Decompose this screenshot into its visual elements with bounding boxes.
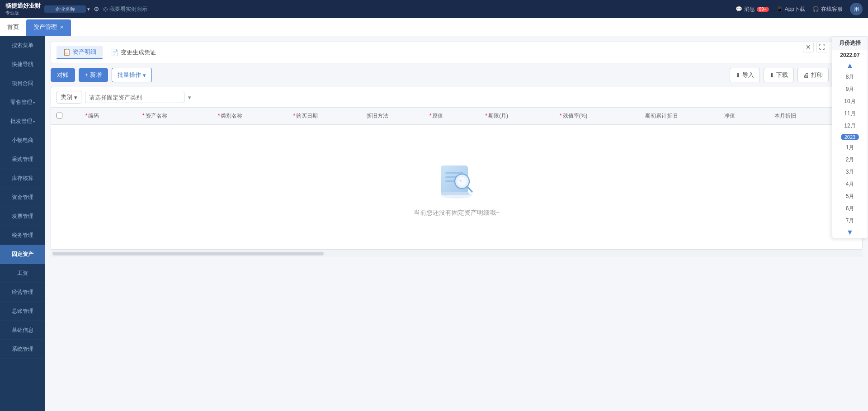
sidebar-item-purchase[interactable]: 采购管理 <box>0 150 45 169</box>
month-item-12[interactable]: 12月 <box>832 120 868 132</box>
month-panel-header: 月份选择 <box>832 37 868 50</box>
wholesale-arrow-icon: ▾ <box>33 119 35 124</box>
sidebar-item-tax[interactable]: 税务管理 <box>0 226 45 245</box>
online-service-button[interactable]: 🎧 在线客服 <box>812 5 843 13</box>
sidebar-item-project-contract[interactable]: 项目合同 <box>0 74 45 93</box>
demo-button[interactable]: ◎ 我要看实例演示 <box>103 5 147 13</box>
month-item-11[interactable]: 11月 <box>832 108 868 120</box>
month-item-3[interactable]: 3月 <box>832 166 868 178</box>
month-item-2[interactable]: 2月 <box>832 154 868 166</box>
sidebar-item-fund[interactable]: 资金管理 <box>0 188 45 207</box>
sidebar: 搜索菜单 快捷导航 项目合同 零售管理 ▾ 批发管理 ▾ 小畅电商 采购管理 库… <box>0 36 45 411</box>
col-original-value: *原值 <box>411 108 461 125</box>
toolbar: 对账 + 新增 批量操作 ▾ ⬇ 导入 ⬇ 下载 🖨 <box>51 68 863 82</box>
select-all-checkbox[interactable] <box>57 113 62 118</box>
retail-arrow-icon: ▾ <box>33 100 35 105</box>
sidebar-item-system[interactable]: 系统管理 <box>0 340 45 359</box>
top-bar: 畅捷通好业财 专业版 企业名称 ▾ ⚙ ◎ 我要看实例演示 💬 消息 99+ 📱… <box>0 0 868 18</box>
panel-controls: ✕ ⛶ <box>803 42 827 52</box>
brand-logo: 畅捷通好业财 专业版 <box>5 2 41 16</box>
month-item-4[interactable]: 4月 <box>832 178 868 190</box>
message-button[interactable]: 💬 消息 99+ <box>736 5 769 13</box>
month-item-9[interactable]: 9月 <box>832 83 868 95</box>
print-button[interactable]: 🖨 打印 <box>797 68 829 82</box>
app-download-button[interactable]: 📱 App下载 <box>776 5 805 13</box>
panel-close-button[interactable]: ✕ <box>803 42 814 52</box>
sub-tab-change-voucher[interactable]: 📄 变更生成凭证 <box>104 46 162 59</box>
sidebar-item-basic-info[interactable]: 基础信息 <box>0 321 45 340</box>
filter-bar: 类别 ▾ ▾ <box>51 87 863 108</box>
svg-point-7 <box>458 177 467 186</box>
sidebar-item-inventory[interactable]: 库存核算 <box>0 169 45 188</box>
sub-tab-asset-detail[interactable]: 📋 资产明细 <box>57 46 103 59</box>
month-item-1[interactable]: 1月 <box>832 142 868 154</box>
col-net-value: 净值 <box>708 108 751 125</box>
empty-illustration <box>429 156 484 202</box>
sidebar-item-ecommerce[interactable]: 小畅电商 <box>0 131 45 150</box>
asset-detail-icon: 📋 <box>63 48 71 56</box>
download-button[interactable]: ⬇ 下载 <box>764 68 794 82</box>
month-panel: 月份选择 2022.07 ▲ 8月 9月 10月 11月 12月 2023 1月… <box>832 36 868 238</box>
batch-dropdown-icon: ▾ <box>143 72 146 79</box>
sidebar-item-salary[interactable]: 工资 <box>0 264 45 283</box>
top-bar-left: 畅捷通好业财 专业版 企业名称 ▾ ⚙ ◎ 我要看实例演示 <box>5 2 147 16</box>
month-item-10[interactable]: 10月 <box>832 95 868 108</box>
import-button[interactable]: ⬇ 导入 <box>730 68 760 82</box>
year-badge-2023: 2023 <box>841 134 859 140</box>
add-button[interactable]: + 新增 <box>79 68 108 82</box>
col-code: *编码 <box>67 108 117 125</box>
month-item-7[interactable]: 7月 <box>832 215 868 227</box>
category-select[interactable]: 类别 ▾ <box>57 91 81 104</box>
sidebar-item-wholesale[interactable]: 批发管理 ▾ <box>0 112 45 131</box>
tab-close-icon[interactable]: ✕ <box>60 24 64 30</box>
empty-text: 当前您还没有固定资产明细哦~ <box>414 209 500 217</box>
tab-asset-management[interactable]: 资产管理 ✕ <box>26 19 71 36</box>
sidebar-item-retail[interactable]: 零售管理 ▾ <box>0 93 45 112</box>
panel-expand-button[interactable]: ⛶ <box>816 42 827 52</box>
user-avatar[interactable]: 用 <box>850 3 863 15</box>
change-voucher-icon: 📄 <box>111 49 118 56</box>
month-item-5[interactable]: 5月 <box>832 190 868 203</box>
scrollbar-thumb[interactable] <box>52 252 324 255</box>
nav-tabs: 首页 资产管理 ✕ <box>0 18 868 36</box>
sub-tabs-bar: 📋 资产明细 📄 变更生成凭证 <box>51 42 863 63</box>
col-purchase-date: *购买日期 <box>268 108 343 125</box>
category-search-input[interactable] <box>85 92 184 103</box>
download-icon: ⬇ <box>769 72 774 79</box>
print-icon: 🖨 <box>803 72 809 79</box>
col-name: *资产名称 <box>117 108 193 125</box>
category-arrow-icon: ▾ <box>74 94 77 101</box>
col-residual-rate: *残值率(%) <box>532 108 614 125</box>
col-category: *类别名称 <box>193 108 268 125</box>
company-dropdown[interactable]: 企业名称 ▾ <box>44 6 90 13</box>
month-next-button[interactable]: ▼ <box>832 227 868 238</box>
sidebar-item-general-ledger[interactable]: 总账管理 <box>0 302 45 321</box>
month-prev-button[interactable]: ▲ <box>832 60 868 71</box>
col-monthly-depreciation: 本月折旧 <box>751 108 820 125</box>
col-accumulated-depreciation: 期初累计折旧 <box>615 108 709 125</box>
col-depreciation-method: 折旧方法 <box>343 108 411 125</box>
reconcile-button[interactable]: 对账 <box>51 68 75 82</box>
month-item-6[interactable]: 6月 <box>832 203 868 215</box>
table-header-row: *编码 *资产名称 *类别名称 *购买日期 折旧方法 *原值 *期限(月) *残… <box>51 108 862 125</box>
month-item-8[interactable]: 8月 <box>832 71 868 83</box>
settings-icon[interactable]: ⚙ <box>94 5 99 13</box>
tab-home[interactable]: 首页 <box>0 19 26 36</box>
horizontal-scrollbar[interactable] <box>51 250 863 257</box>
empty-state: 当前您还没有固定资产明细哦~ <box>55 129 859 244</box>
svg-rect-3 <box>445 172 463 174</box>
batch-button[interactable]: 批量操作 ▾ <box>112 68 152 82</box>
sidebar-item-invoice[interactable]: 发票管理 <box>0 207 45 226</box>
sidebar-item-quick-nav[interactable]: 快捷导航 <box>0 55 45 74</box>
main-layout: 搜索菜单 快捷导航 项目合同 零售管理 ▾ 批发管理 ▾ 小畅电商 采购管理 库… <box>0 36 868 411</box>
current-year-label: 2022.07 <box>832 50 868 60</box>
sidebar-item-management[interactable]: 经营管理 <box>0 283 45 302</box>
content-area: 📋 资产明细 📄 变更生成凭证 对账 + 新增 批量操作 ▾ ⬇ <box>45 36 868 411</box>
top-bar-right: 💬 消息 99+ 📱 App下载 🎧 在线客服 用 <box>736 3 863 15</box>
import-icon: ⬇ <box>736 72 741 79</box>
sidebar-item-search-menu[interactable]: 搜索菜单 <box>0 36 45 55</box>
col-period: *期限(月) <box>461 108 532 125</box>
asset-table: *编码 *资产名称 *类别名称 *购买日期 折旧方法 *原值 *期限(月) *残… <box>51 108 863 250</box>
sidebar-item-fixed-assets[interactable]: 固定资产 <box>0 245 45 264</box>
category-dropdown-icon: ▾ <box>188 94 191 101</box>
